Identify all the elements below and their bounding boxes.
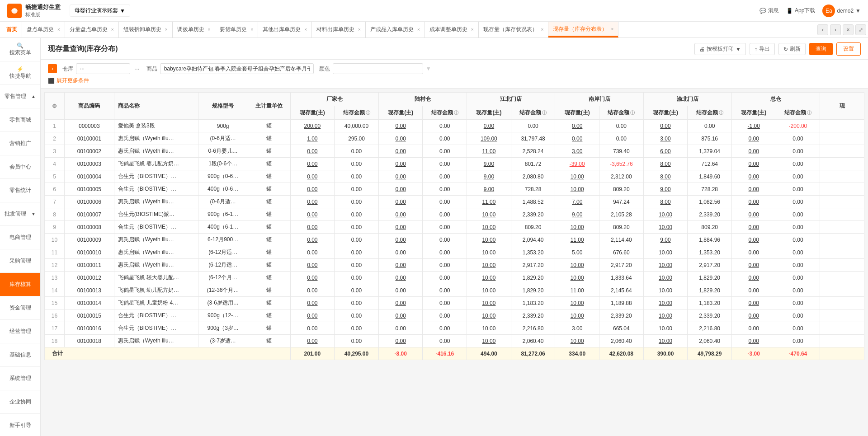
- sidebar-item-finance[interactable]: 资金管理: [0, 296, 40, 320]
- table-cell-link[interactable]: 0.00: [378, 335, 423, 347]
- tab-close-all-btn[interactable]: ×: [843, 24, 854, 35]
- table-cell-link[interactable]: 10.00: [643, 246, 688, 259]
- table-cell-link[interactable]: 11.00: [467, 196, 511, 208]
- table-cell-link[interactable]: 0.00: [378, 246, 423, 259]
- table-cell-link[interactable]: 0.00: [378, 322, 423, 335]
- tab-split-close[interactable]: ×: [111, 27, 114, 32]
- table-cell-link[interactable]: 10.00: [555, 259, 599, 272]
- tab-cost-adjust[interactable]: 成本调整单历史 ×: [425, 22, 479, 38]
- table-cell-link[interactable]: 11.00: [555, 234, 599, 246]
- print-btn[interactable]: 🖨 按模板打印 ▼: [694, 43, 746, 55]
- goods-input[interactable]: [160, 63, 314, 74]
- table-cell-link[interactable]: 10.00: [467, 246, 511, 259]
- app-download-btn[interactable]: 📱 App下载: [786, 7, 815, 14]
- table-cell-link[interactable]: 10.00: [643, 284, 688, 297]
- table-cell-link[interactable]: 0.00: [731, 196, 776, 208]
- table-cell-link[interactable]: 0.00: [378, 259, 423, 272]
- table-cell-link[interactable]: 9.00: [643, 183, 688, 196]
- sidebar-item-new-guide[interactable]: 新手引导: [0, 414, 40, 436]
- tab-split-stock[interactable]: 分量盘点单历史 ×: [65, 22, 119, 38]
- table-cell-link[interactable]: 10.00: [643, 335, 688, 347]
- table-cell-link[interactable]: 109.00: [467, 132, 511, 145]
- table-cell-link[interactable]: 0.00: [555, 132, 599, 145]
- tab-next-btn[interactable]: ›: [830, 24, 841, 35]
- table-cell-link[interactable]: 10.00: [643, 322, 688, 335]
- tab-home[interactable]: 首页: [2, 22, 22, 38]
- tab-stock-status[interactable]: 现存量（库存状况表） ×: [479, 22, 549, 38]
- table-cell-link[interactable]: 6.00: [643, 145, 688, 158]
- table-cell-link[interactable]: 200.00: [290, 120, 335, 132]
- table-cell-link[interactable]: 0.00: [731, 132, 776, 145]
- sidebar-item-marketing[interactable]: 营销推广: [0, 132, 40, 155]
- sidebar-item-member[interactable]: 会员中心: [0, 155, 40, 179]
- table-cell-link[interactable]: 10.00: [467, 208, 511, 221]
- table-cell-link[interactable]: 10.00: [467, 297, 511, 309]
- tab-material-out[interactable]: 材料出库单历史 ×: [312, 22, 366, 38]
- table-cell-link[interactable]: 9.00: [467, 158, 511, 170]
- table-cell-link[interactable]: 0.00: [290, 272, 335, 284]
- sidebar-item-system[interactable]: 系统管理: [0, 367, 40, 390]
- table-cell-link[interactable]: 0.00: [290, 183, 335, 196]
- tab-purchase[interactable]: 要货单历史 ×: [215, 22, 258, 38]
- table-cell-link[interactable]: 10.00: [467, 322, 511, 335]
- table-cell-link[interactable]: 10.00: [467, 221, 511, 234]
- sidebar-item-retail-mgmt[interactable]: 零售管理 ▲: [0, 85, 40, 108]
- table-cell-link[interactable]: 0.00: [290, 246, 335, 259]
- tab-adjust[interactable]: 调拨单历史 ×: [173, 22, 216, 38]
- table-cell-link[interactable]: 0.00: [378, 309, 423, 322]
- info-icon-2[interactable]: ⓘ: [454, 110, 458, 115]
- table-cell-link[interactable]: 0.00: [290, 322, 335, 335]
- tab-combine[interactable]: 组装拆卸单历史 ×: [119, 22, 173, 38]
- table-cell-link[interactable]: 9.00: [555, 208, 599, 221]
- table-cell-link[interactable]: 0.00: [378, 284, 423, 297]
- table-cell-link[interactable]: 0.00: [731, 145, 776, 158]
- table-cell-link[interactable]: 10.00: [643, 221, 688, 234]
- table-cell-link[interactable]: 7.00: [555, 196, 599, 208]
- warehouse-clear-btn[interactable]: ···: [133, 65, 141, 72]
- query-btn[interactable]: 查询: [809, 43, 833, 55]
- tab-stock-close[interactable]: ×: [57, 27, 60, 32]
- table-cell-link[interactable]: 0.00: [731, 297, 776, 309]
- table-cell-link[interactable]: 9.00: [467, 170, 511, 183]
- sidebar-item-operation[interactable]: 经营管理: [0, 320, 40, 343]
- table-cell-link[interactable]: 10.00: [555, 309, 599, 322]
- sidebar-item-retail-shop[interactable]: 零售商城: [0, 108, 40, 132]
- sidebar-item-quick-nav[interactable]: ⚡ 快捷导航: [0, 61, 40, 85]
- table-cell-link[interactable]: 0.00: [378, 145, 423, 158]
- table-cell-link[interactable]: 0.00: [290, 259, 335, 272]
- table-cell-link[interactable]: 10.00: [555, 221, 599, 234]
- table-cell-link[interactable]: 0.00: [290, 145, 335, 158]
- table-cell-link[interactable]: 0.00: [731, 246, 776, 259]
- tab-material-out-close[interactable]: ×: [358, 27, 361, 32]
- table-cell-link[interactable]: 0.00: [378, 158, 423, 170]
- tab-stock-status-close[interactable]: ×: [541, 27, 544, 32]
- info-icon-4[interactable]: ⓘ: [630, 110, 635, 115]
- tab-product-in-close[interactable]: ×: [417, 27, 420, 32]
- table-cell-link[interactable]: 10.00: [467, 272, 511, 284]
- tab-prev-btn[interactable]: ‹: [817, 24, 828, 35]
- table-cell-link[interactable]: 10.00: [467, 234, 511, 246]
- table-cell-link[interactable]: 0.00: [290, 297, 335, 309]
- table-cell-link[interactable]: 9.00: [643, 234, 688, 246]
- table-cell-link[interactable]: 10.00: [467, 335, 511, 347]
- table-cell-link[interactable]: 8.00: [643, 158, 688, 170]
- expand-conditions-btn[interactable]: ⬛ 展开更多条件: [48, 77, 861, 84]
- table-container[interactable]: ⚙ 商品编码 商品名称 规格型号 主计量单位 厂家仓 陆村仓 江北门店 南岸门店…: [41, 89, 868, 436]
- table-cell-link[interactable]: 10.00: [555, 170, 599, 183]
- table-cell-link[interactable]: 0.00: [731, 170, 776, 183]
- info-icon-3[interactable]: ⓘ: [542, 110, 547, 115]
- table-cell-link[interactable]: 3.00: [555, 322, 599, 335]
- table-cell-link[interactable]: 8.00: [643, 170, 688, 183]
- info-icon-1[interactable]: ⓘ: [366, 110, 370, 115]
- table-cell-link[interactable]: 0.00: [555, 120, 599, 132]
- table-cell-link[interactable]: 10.00: [643, 297, 688, 309]
- table-cell-link[interactable]: -1.00: [731, 120, 776, 132]
- table-cell-link[interactable]: 0.00: [731, 259, 776, 272]
- table-cell-link[interactable]: 0.00: [731, 284, 776, 297]
- table-cell-link[interactable]: 10.00: [643, 259, 688, 272]
- table-cell-link[interactable]: 9.00: [467, 183, 511, 196]
- table-cell-link[interactable]: 10.00: [555, 335, 599, 347]
- info-icon-5[interactable]: ⓘ: [719, 110, 723, 115]
- table-cell-link[interactable]: 0.00: [378, 272, 423, 284]
- table-cell-link[interactable]: 0.00: [378, 132, 423, 145]
